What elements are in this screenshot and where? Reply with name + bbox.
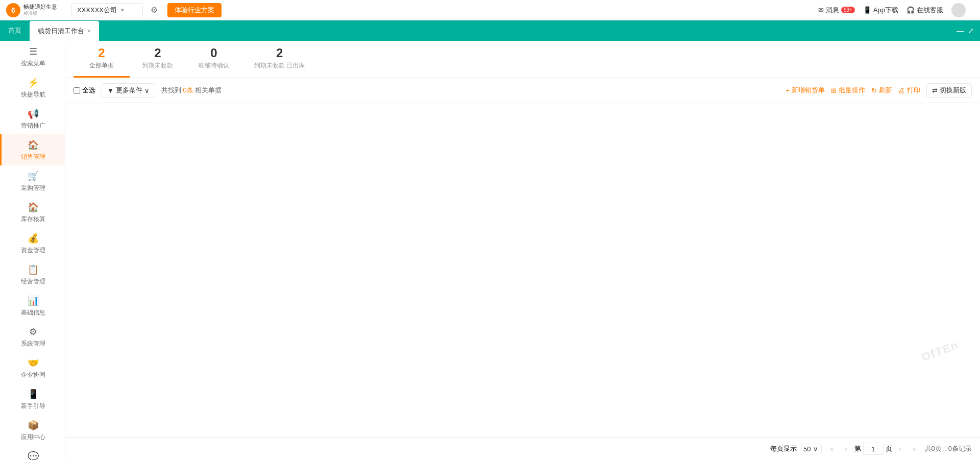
prev-page-button[interactable]: ‹ [840,443,852,455]
app-dl-icon: 📱 [863,6,871,14]
search-menu-icon: ☰ [29,46,37,57]
per-page-label: 每页显示 [770,444,797,453]
last-page-button[interactable]: » [909,443,921,455]
tab-active[interactable]: 钱货日清工作台 × [30,21,99,41]
sidebar-item-app-center[interactable]: 📦 应用中心 [0,415,65,446]
first-page-button[interactable]: « [826,443,838,455]
online-cs-button[interactable]: 🎧 在线客服 [906,6,943,15]
per-page-arrow: ∨ [813,445,818,453]
next-page-button[interactable]: › [894,443,906,455]
refresh-label: 刷新 [879,86,892,95]
content-area: 2 全部单据 2 到期未收款 0 旺铺待确认 2 到期未收款 已出库 全选 [65,41,980,460]
stat-num-out-overdue: 2 [276,47,283,59]
trial-button[interactable]: 体验行业方案 [167,3,222,17]
tab-expand-button[interactable]: ⤢ [968,27,974,35]
filter-icon: ▼ [107,87,114,94]
message-badge: 99+ [841,7,855,13]
sidebar-label-sales: 销售管理 [21,153,45,161]
stat-tab-all[interactable]: 2 全部单据 [74,41,130,78]
base-info-icon: 📊 [28,295,39,306]
print-icon: 🖨 [898,87,905,94]
company-selector[interactable]: XXXXXX公司 ▼ [71,3,143,17]
print-button[interactable]: 🖨 打印 [898,86,920,95]
tab-active-label: 钱货日清工作台 [38,27,84,36]
page-total: 共0页，0条记录 [925,444,972,453]
sidebar-item-finance[interactable]: 💰 资金管理 [0,228,65,259]
message-label: 消息 [826,6,839,15]
avatar[interactable] [951,3,966,17]
settings-button[interactable]: ⚙ [147,3,161,17]
sidebar-item-wechat[interactable]: 💬 企业微信 [0,446,65,460]
sidebar-item-operations[interactable]: 📋 经营管理 [0,259,65,290]
sidebar-item-enterprise[interactable]: 🤝 企业协同 [0,352,65,383]
sidebar-item-base-info[interactable]: 📊 基础信息 [0,290,65,321]
switch-label: 切换新版 [940,86,966,95]
sidebar-label-base-info: 基础信息 [21,308,45,317]
message-button[interactable]: ✉ 消息 99+ [818,6,855,15]
logo-area: 6 畅捷通好生意 标准版 [6,3,71,17]
tab-home[interactable]: 首页 [0,20,30,41]
refresh-button[interactable]: ↻ 刷新 [871,86,892,95]
sales-icon: 🏠 [28,139,39,151]
main-layout: ☰ 搜索菜单 ⚡ 快捷导航 📢 营销推广 🏠 销售管理 🛒 采购管理 🏠 库存核… [0,41,980,460]
sidebar-label-inventory: 库存核算 [21,215,45,224]
stat-label-overdue: 到期未收款 [142,61,173,70]
enterprise-icon: 🤝 [28,357,39,369]
select-all-input[interactable] [74,87,80,94]
batch-icon: ⊞ [831,87,837,94]
filter-button[interactable]: ▼ 更多条件 ∨ [102,83,155,98]
sidebar: ☰ 搜索菜单 ⚡ 快捷导航 📢 营销推广 🏠 销售管理 🛒 采购管理 🏠 库存核… [0,41,65,460]
per-page-control: 每页显示 50 ∨ [770,444,821,454]
switch-version-button[interactable]: ⇄ 切换新版 [926,83,972,98]
top-right-area: ✉ 消息 99+ 📱 App下载 🎧 在线客服 [818,3,974,17]
new-guide-icon: 📱 [28,389,39,400]
stat-num-overdue: 2 [154,47,161,59]
message-icon: ✉ [818,6,824,14]
company-dropdown-arrow: ▼ [120,7,125,13]
app-center-icon: 📦 [28,420,39,431]
tab-close-button[interactable]: × [87,28,91,35]
logo-subtitle: 标准版 [23,10,57,17]
logo-icon: 6 [6,3,20,17]
batch-operation-button[interactable]: ⊞ 批量操作 [831,86,865,95]
add-sales-order-button[interactable]: + 新增销货单 [786,86,825,95]
tab-minimize-button[interactable]: — [957,27,964,35]
sidebar-label-finance: 资金管理 [21,246,45,255]
toolbar: 全选 ▼ 更多条件 ∨ 共找到 0条 相关单据 + 新增销货单 ⊞ 批量操作 [65,78,980,103]
sidebar-label-enterprise: 企业协同 [21,371,45,379]
sidebar-item-new-guide[interactable]: 📱 新手引导 [0,383,65,415]
headset-icon: 🎧 [906,6,915,14]
page-input[interactable] [863,443,884,455]
app-download-button[interactable]: 📱 App下载 [863,6,898,15]
stat-num-pending: 0 [210,47,217,59]
sidebar-item-quick-nav[interactable]: ⚡ 快捷导航 [0,72,65,103]
inventory-icon: 🏠 [28,202,39,213]
sidebar-item-purchase[interactable]: 🛒 采购管理 [0,165,65,197]
sidebar-item-sales[interactable]: 🏠 销售管理 [0,134,65,165]
company-name: XXXXXX公司 [77,6,117,15]
page-label: 第 [854,444,861,453]
switch-icon: ⇄ [932,87,938,94]
toolbar-right: + 新增销货单 ⊞ 批量操作 ↻ 刷新 🖨 打印 ⇄ 切换新版 [786,83,972,98]
sidebar-label-purchase: 采购管理 [21,184,45,192]
sidebar-label-marketing: 营销推广 [21,122,45,130]
refresh-icon: ↻ [871,87,877,94]
sidebar-item-sys-mgmt[interactable]: ⚙ 系统管理 [0,321,65,352]
per-page-select[interactable]: 50 ∨ [800,444,821,454]
sidebar-item-search-menu[interactable]: ☰ 搜索菜单 [0,41,65,72]
stat-tab-overdue[interactable]: 2 到期未收款 [130,41,186,78]
select-all-checkbox[interactable]: 全选 [74,86,95,95]
finance-icon: 💰 [28,233,39,244]
found-count: 0条 [183,86,193,94]
sidebar-item-inventory[interactable]: 🏠 库存核算 [0,197,65,228]
stat-tab-out-overdue[interactable]: 2 到期未收款 已出库 [242,41,317,78]
sidebar-label-operations: 经营管理 [21,277,45,286]
filter-label: 更多条件 [116,86,142,95]
sidebar-item-marketing[interactable]: 📢 营销推广 [0,103,65,134]
per-page-value: 50 [803,445,811,453]
stat-tab-pending[interactable]: 0 旺铺待确认 [186,41,242,78]
stats-tabs: 2 全部单据 2 到期未收款 0 旺铺待确认 2 到期未收款 已出库 [65,41,980,78]
stat-label-all: 全部单据 [89,61,114,70]
stat-num-all: 2 [98,47,105,59]
sidebar-label-quick-nav: 快捷导航 [21,90,45,99]
